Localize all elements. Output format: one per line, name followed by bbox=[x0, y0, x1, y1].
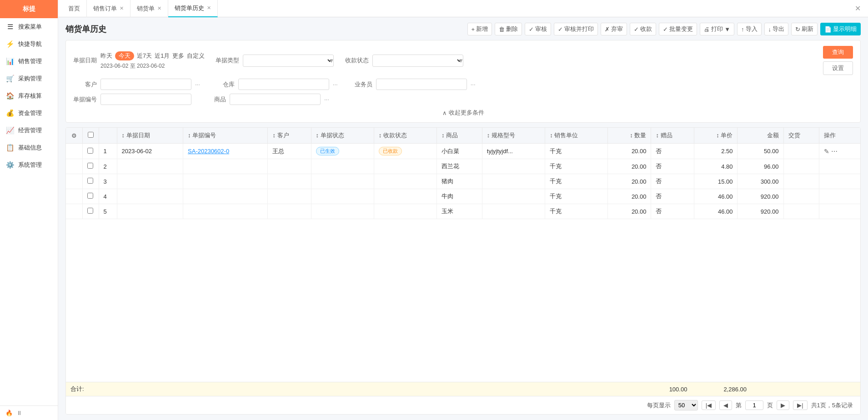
cell-checkbox[interactable] bbox=[82, 144, 99, 159]
close-sales-order-icon[interactable]: ✕ bbox=[120, 5, 124, 11]
sidebar-item-basic-info[interactable]: 📋 基础信息 bbox=[0, 139, 58, 156]
sidebar-item-purchase-mgmt[interactable]: 🛒 采购管理 bbox=[0, 70, 58, 87]
sidebar-item-system-mgmt[interactable]: ⚙️ 系统管理 bbox=[0, 156, 58, 174]
tab-sales-order[interactable]: 销售订单 ✕ bbox=[87, 0, 130, 17]
date-shortcut-custom[interactable]: 自定义 bbox=[187, 52, 205, 60]
goods-input[interactable] bbox=[230, 94, 321, 105]
query-button[interactable]: 查询 bbox=[823, 46, 853, 59]
last-page-button[interactable]: ▶| bbox=[793, 400, 807, 410]
date-shortcut-yesterday[interactable]: 昨天 bbox=[100, 52, 112, 60]
collect-button[interactable]: ✓ 收款 bbox=[630, 23, 656, 35]
sidebar: 标提 ☰ 搜索菜单 ⚡ 快捷导航 📊 销售管理 🛒 采购管理 🏠 库存核算 💰 … bbox=[0, 0, 58, 420]
sidebar-item-inventory[interactable]: 🏠 库存核算 bbox=[0, 87, 58, 105]
cell-doc-number[interactable] bbox=[183, 159, 268, 174]
date-shortcut-today[interactable]: 今天 bbox=[115, 51, 134, 60]
abandon-button[interactable]: ✗ 弃审 bbox=[601, 23, 627, 35]
next-page-button[interactable]: ▶ bbox=[777, 400, 789, 410]
cell-checkbox[interactable] bbox=[82, 174, 99, 189]
col-doc-status[interactable]: ↕ 单据状态 bbox=[311, 128, 374, 144]
add-button[interactable]: + 新增 bbox=[467, 23, 492, 35]
customer-input[interactable] bbox=[100, 79, 191, 90]
goods-ellipsis[interactable]: ··· bbox=[324, 96, 329, 103]
cell-doc-number[interactable] bbox=[183, 189, 268, 204]
salesperson-input[interactable] bbox=[376, 79, 467, 90]
main-area: 首页 销售订单 ✕ 销货单 ✕ 销货单历史 ✕ ✕ 销货单历史 + 新增 bbox=[58, 0, 868, 420]
sidebar-item-finance[interactable]: 💰 资金管理 bbox=[0, 105, 58, 122]
cell-actions[interactable]: ✎⋯ bbox=[819, 144, 860, 159]
col-customer[interactable]: ↕ 客户 bbox=[268, 128, 311, 144]
row-checkbox-1[interactable] bbox=[87, 163, 93, 169]
add-icon: + bbox=[472, 26, 475, 33]
warehouse-input[interactable] bbox=[238, 79, 329, 90]
warehouse-ellipsis[interactable]: ··· bbox=[333, 81, 338, 88]
doc-number-input[interactable] bbox=[100, 94, 191, 105]
row-checkbox-3[interactable] bbox=[87, 193, 93, 199]
col-sales-unit[interactable]: ↕ 销售单位 bbox=[545, 128, 608, 144]
tab-close-all-button[interactable]: ✕ bbox=[851, 4, 864, 13]
cell-doc-number[interactable]: SA-20230602-0 bbox=[183, 144, 268, 159]
per-page-select[interactable]: 50 20 100 bbox=[674, 400, 698, 410]
row-checkbox-0[interactable] bbox=[87, 148, 93, 154]
date-shortcut-1month[interactable]: 近1月 bbox=[155, 52, 170, 60]
tab-sales-delivery[interactable]: 销货单 ✕ bbox=[130, 0, 168, 17]
close-sales-delivery-icon[interactable]: ✕ bbox=[157, 5, 161, 11]
first-page-button[interactable]: |◀ bbox=[702, 400, 716, 410]
row-checkbox-4[interactable] bbox=[87, 208, 93, 214]
col-doc-number[interactable]: ↕ 单据编号 bbox=[183, 128, 268, 144]
print-button[interactable]: 🖨 打印 ▼ bbox=[700, 23, 734, 35]
doc-number-link[interactable]: SA-20230602-0 bbox=[188, 148, 229, 155]
cell-gift: 否 bbox=[651, 204, 694, 219]
col-spec[interactable]: ↕ 规格型号 bbox=[482, 128, 545, 144]
edit-action-icon[interactable]: ✎ bbox=[824, 148, 829, 155]
cell-actions[interactable] bbox=[819, 189, 860, 204]
cell-checkbox[interactable] bbox=[82, 204, 99, 219]
collapse-button[interactable]: ∧ 收起更多条件 bbox=[73, 109, 853, 117]
tab-sales-history[interactable]: 销货单历史 ✕ bbox=[168, 0, 218, 17]
col-collection-status[interactable]: ↕ 收款状态 bbox=[374, 128, 437, 144]
prev-page-button[interactable]: ◀ bbox=[719, 400, 732, 410]
settings-button[interactable]: 设置 bbox=[823, 61, 853, 75]
refresh-button[interactable]: ↻ 刷新 bbox=[791, 23, 818, 35]
col-goods[interactable]: ↕ 商品 bbox=[437, 128, 482, 144]
cell-actions[interactable] bbox=[819, 204, 860, 219]
content-area: 销货单历史 + 新增 🗑 删除 ✓ 审核 ✓ 审核并打印 bbox=[58, 17, 868, 420]
cell-doc-number[interactable] bbox=[183, 174, 268, 189]
audit-print-button[interactable]: ✓ 审核并打印 bbox=[554, 23, 598, 35]
show-detail-button[interactable]: 📄 显示明细 bbox=[820, 23, 861, 35]
col-settings[interactable]: ⚙ bbox=[66, 128, 82, 144]
cell-settings bbox=[66, 204, 82, 219]
cell-actions[interactable] bbox=[819, 159, 860, 174]
cell-checkbox[interactable] bbox=[82, 159, 99, 174]
page-number-input[interactable] bbox=[745, 400, 763, 410]
sidebar-item-search-menu[interactable]: ☰ 搜索菜单 bbox=[0, 18, 58, 35]
date-shortcut-more[interactable]: 更多 bbox=[172, 52, 184, 60]
audit-button[interactable]: ✓ 审核 bbox=[525, 23, 551, 35]
close-sales-history-icon[interactable]: ✕ bbox=[207, 5, 211, 11]
salesperson-ellipsis[interactable]: ··· bbox=[471, 81, 476, 88]
col-doc-date[interactable]: ↕ 单据日期 bbox=[117, 128, 183, 144]
batch-change-button[interactable]: ✓ 批量变更 bbox=[659, 23, 697, 35]
sidebar-bottom-icon2[interactable]: ⏸ bbox=[16, 410, 22, 416]
doc-type-select[interactable] bbox=[243, 55, 334, 67]
col-gift[interactable]: ↕ 赠品 bbox=[651, 128, 694, 144]
sidebar-item-operations[interactable]: 📈 经营管理 bbox=[0, 122, 58, 139]
cell-actions[interactable] bbox=[819, 174, 860, 189]
col-unit-price[interactable]: ↕ 单价 bbox=[694, 128, 738, 144]
sidebar-bottom-icon1[interactable]: 🔥 bbox=[5, 410, 13, 416]
date-shortcut-7days[interactable]: 近7天 bbox=[137, 52, 152, 60]
col-quantity[interactable]: ↕ 数量 bbox=[608, 128, 651, 144]
collection-status-select[interactable] bbox=[372, 55, 463, 67]
delete-button[interactable]: 🗑 删除 bbox=[495, 23, 522, 35]
row-checkbox-2[interactable] bbox=[87, 178, 93, 184]
more-action-icon[interactable]: ⋯ bbox=[831, 148, 838, 155]
sidebar-item-sales-mgmt[interactable]: 📊 销售管理 bbox=[0, 53, 58, 70]
cell-doc-number[interactable] bbox=[183, 204, 268, 219]
tab-home[interactable]: 首页 bbox=[62, 0, 87, 17]
import-button[interactable]: ↑ 导入 bbox=[737, 23, 762, 35]
export-button[interactable]: ↓ 导出 bbox=[764, 23, 789, 35]
select-all-checkbox[interactable] bbox=[88, 132, 94, 138]
col-checkbox[interactable] bbox=[82, 128, 99, 144]
cell-checkbox[interactable] bbox=[82, 189, 99, 204]
customer-ellipsis[interactable]: ··· bbox=[195, 81, 200, 88]
sidebar-item-quick-nav[interactable]: ⚡ 快捷导航 bbox=[0, 35, 58, 53]
